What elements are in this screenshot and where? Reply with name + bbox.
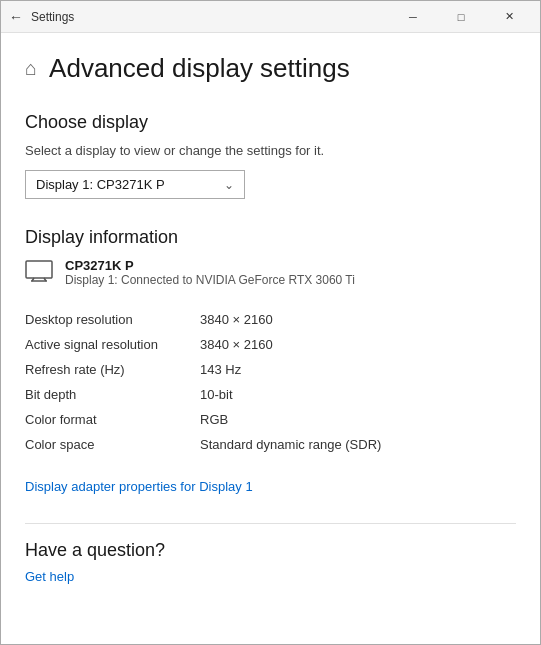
display-info-table: Desktop resolution3840 × 2160Active sign… (25, 307, 516, 457)
get-help-link[interactable]: Get help (25, 569, 74, 584)
table-row: Color spaceStandard dynamic range (SDR) (25, 432, 516, 457)
info-value: 143 Hz (200, 357, 516, 382)
adapter-properties-link[interactable]: Display adapter properties for Display 1 (25, 479, 253, 494)
table-row: Active signal resolution3840 × 2160 (25, 332, 516, 357)
question-title: Have a question? (25, 540, 516, 561)
settings-window: ← Settings ─ □ ✕ ⌂ Advanced display sett… (0, 0, 541, 645)
chevron-down-icon: ⌄ (224, 178, 234, 192)
display-select-dropdown[interactable]: Display 1: CP3271K P ⌄ (25, 170, 245, 199)
info-value: 3840 × 2160 (200, 332, 516, 357)
window-title: Settings (31, 10, 74, 24)
table-row: Refresh rate (Hz)143 Hz (25, 357, 516, 382)
divider (25, 523, 516, 524)
table-row: Bit depth10-bit (25, 382, 516, 407)
info-label: Refresh rate (Hz) (25, 357, 200, 382)
monitor-name: CP3271K P (65, 258, 355, 273)
adapter-link-row: Display adapter properties for Display 1 (25, 477, 516, 495)
minimize-button[interactable]: ─ (390, 1, 436, 33)
title-bar-left: ← Settings (9, 9, 74, 25)
info-value: 10-bit (200, 382, 516, 407)
title-bar: ← Settings ─ □ ✕ (1, 1, 540, 33)
info-label: Color format (25, 407, 200, 432)
page-header: ⌂ Advanced display settings (25, 53, 516, 84)
back-button[interactable]: ← (9, 9, 23, 25)
info-value: RGB (200, 407, 516, 432)
monitor-row: CP3271K P Display 1: Connected to NVIDIA… (25, 258, 516, 287)
display-information-title: Display information (25, 227, 516, 248)
choose-display-desc: Select a display to view or change the s… (25, 143, 516, 158)
dropdown-value: Display 1: CP3271K P (36, 177, 165, 192)
svg-rect-0 (26, 261, 52, 278)
page-title: Advanced display settings (49, 53, 350, 84)
monitor-sub: Display 1: Connected to NVIDIA GeForce R… (65, 273, 355, 287)
display-information-section: Display information CP3271K P Display 1:… (25, 227, 516, 495)
page-content: ⌂ Advanced display settings Choose displ… (1, 33, 540, 644)
maximize-button[interactable]: □ (438, 1, 484, 33)
choose-display-title: Choose display (25, 112, 516, 133)
close-button[interactable]: ✕ (486, 1, 532, 33)
question-section: Have a question? Get help (25, 540, 516, 585)
info-value: 3840 × 2160 (200, 307, 516, 332)
info-label: Bit depth (25, 382, 200, 407)
info-label: Desktop resolution (25, 307, 200, 332)
window-controls: ─ □ ✕ (390, 1, 532, 33)
choose-display-section: Choose display Select a display to view … (25, 112, 516, 199)
monitor-icon (25, 260, 53, 286)
home-icon: ⌂ (25, 57, 37, 80)
table-row: Desktop resolution3840 × 2160 (25, 307, 516, 332)
info-value: Standard dynamic range (SDR) (200, 432, 516, 457)
monitor-info: CP3271K P Display 1: Connected to NVIDIA… (65, 258, 355, 287)
table-row: Color formatRGB (25, 407, 516, 432)
info-label: Active signal resolution (25, 332, 200, 357)
info-label: Color space (25, 432, 200, 457)
